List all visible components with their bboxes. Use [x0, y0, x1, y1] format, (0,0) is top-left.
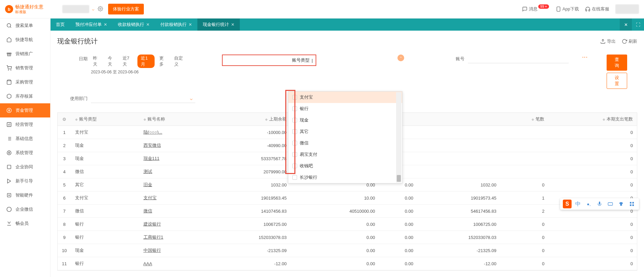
settings-button[interactable]: 设置 — [607, 73, 627, 89]
column-header[interactable]: ◆账号类型 — [71, 113, 139, 126]
dropdown-scrollbar[interactable] — [396, 92, 401, 182]
ime-tools-icon[interactable] — [627, 200, 636, 208]
cell-income: 0.00 — [291, 257, 379, 270]
dropdown-option[interactable]: 微信 — [288, 137, 402, 149]
table-settings-icon[interactable]: ⚙ — [58, 113, 71, 126]
column-header[interactable] — [417, 113, 501, 126]
tab-close-icon[interactable]: ✕ — [104, 22, 107, 27]
sidebar-item-box[interactable]: 库存核算 — [0, 89, 50, 103]
close-tab-button[interactable]: ✕ — [620, 19, 632, 31]
checkbox[interactable] — [292, 164, 297, 168]
dropdown-option[interactable]: 现金 — [288, 114, 402, 126]
account-link[interactable]: 建设银行 — [143, 221, 161, 227]
fullscreen-button[interactable]: ⛶ — [632, 19, 644, 31]
account-link[interactable]: 西安微信 — [143, 143, 161, 148]
sidebar-item-gift[interactable]: 营销推广 — [0, 47, 50, 61]
tab[interactable]: 收款核销执行✕ — [112, 19, 155, 31]
export-button[interactable]: 导出 — [600, 38, 616, 44]
sidebar-item-guide[interactable]: 新手引导 — [0, 174, 50, 188]
scrollbar-thumb[interactable] — [397, 175, 401, 182]
dropdown-option[interactable]: 易宝支付 — [288, 149, 402, 160]
sidebar-item-home[interactable]: 快捷导航 — [0, 33, 50, 47]
table-row: 6支付宝支付宝19019563.4510.000.0019019573.4510 — [58, 192, 637, 205]
search-button[interactable]: 查询 — [607, 55, 627, 71]
account-link[interactable]: 支付宝 — [143, 195, 157, 200]
ime-skin-icon[interactable] — [617, 200, 625, 208]
sidebar-item-bag[interactable]: 采购管理 — [0, 75, 50, 89]
sidebar-item-label: 采购管理 — [15, 79, 33, 85]
column-header[interactable]: ◆本期支出笔数 — [548, 113, 637, 126]
checkbox[interactable] — [292, 175, 297, 180]
dropdown-option[interactable]: 长沙银行 — [288, 172, 402, 183]
dropdown-option[interactable]: 支付宝 — [288, 92, 402, 103]
tab[interactable]: 付款核销执行✕ — [155, 19, 197, 31]
sidebar-item-money[interactable]: 资金管理 — [0, 103, 50, 117]
date-option[interactable]: 今天 — [106, 55, 118, 68]
column-header[interactable]: ◆上期余额 — [207, 113, 291, 126]
column-header[interactable]: ◆笔数 — [501, 113, 549, 126]
user-avatar-blurred[interactable] — [615, 4, 639, 14]
ime-lang-toggle[interactable]: 中 — [574, 200, 582, 208]
more-filters[interactable]: ··· — [582, 55, 588, 60]
account-link[interactable]: 测试 — [143, 169, 152, 174]
date-option[interactable]: 更多 — [157, 55, 169, 68]
account-type-select[interactable]: 账号类型 | — [222, 55, 316, 66]
tab-close-icon[interactable]: ✕ — [231, 22, 234, 27]
cell-out: 0 — [548, 231, 637, 244]
ime-keyboard-icon[interactable] — [606, 200, 615, 208]
checkbox[interactable] — [292, 152, 297, 157]
settings-icon[interactable] — [98, 6, 103, 12]
sidebar-item-list[interactable]: 基础信息 — [0, 132, 50, 146]
account-link[interactable]: 旧金 — [143, 182, 152, 187]
app-download-link[interactable]: App下载 — [556, 6, 579, 12]
ime-mic-icon[interactable] — [595, 200, 604, 208]
sidebar-item-gear[interactable]: 系统管理 — [0, 146, 50, 160]
date-option[interactable]: 近7天 — [121, 55, 135, 68]
tab-close-icon[interactable]: ✕ — [189, 22, 192, 27]
sidebar-item-device[interactable]: 智能硬件 — [0, 188, 50, 202]
account-link[interactable]: 微信 — [143, 208, 152, 213]
sidebar-item-team[interactable]: 企业协同 — [0, 160, 50, 174]
tab[interactable]: 预付冲应付单✕ — [70, 19, 112, 31]
svg-rect-1 — [557, 7, 560, 11]
trial-button[interactable]: 体验行业方案 — [108, 4, 144, 14]
sidebar-item-chart[interactable]: 经营管理 — [0, 117, 50, 132]
collapse-filter-icon[interactable]: ⌃ — [397, 55, 404, 61]
dept-select[interactable]: ⌵ — [91, 94, 195, 103]
account-link[interactable]: 陆(○○○)... — [143, 130, 162, 135]
date-option[interactable]: 自定义 — [172, 55, 188, 68]
dropdown-option[interactable]: 银行 — [288, 103, 402, 114]
sidebar-item-wechat[interactable]: 企业微信 — [0, 202, 50, 216]
checkbox[interactable] — [292, 95, 297, 100]
service-label: 在线客服 — [592, 6, 609, 12]
account-link[interactable]: AAA — [143, 261, 152, 266]
tab[interactable]: 首页 — [51, 19, 70, 31]
checkbox[interactable] — [292, 141, 297, 145]
dropdown-option[interactable]: 其它 — [288, 126, 402, 137]
account-link[interactable]: 现金111 — [143, 156, 160, 161]
sidebar-item-cart[interactable]: 销售管理 — [0, 61, 50, 75]
tab-close-icon[interactable]: ✕ — [146, 22, 150, 27]
account-link[interactable]: 工商银行1 — [143, 235, 163, 240]
cell-out: 0 — [548, 178, 637, 192]
column-header[interactable]: ◆账号名称 — [139, 113, 208, 126]
checkbox[interactable] — [292, 106, 297, 111]
date-option[interactable]: 近1月 — [137, 55, 155, 68]
sidebar-item-search[interactable]: 搜索菜单 — [0, 19, 50, 33]
sidebar-item-vip[interactable]: 畅会员 — [0, 216, 50, 231]
refresh-button[interactable]: 刷新 — [622, 38, 637, 44]
messages-link[interactable]: 消息 99 + — [522, 6, 550, 12]
svg-line-4 — [10, 27, 11, 28]
service-link[interactable]: 在线客服 — [585, 6, 609, 12]
date-option[interactable]: 昨天 — [91, 55, 103, 68]
checkbox[interactable] — [292, 118, 297, 123]
ime-logo-icon[interactable]: S — [563, 200, 572, 208]
cell-type: 现金 — [71, 244, 139, 257]
ime-punct-icon[interactable]: ●, — [584, 200, 593, 208]
checkbox[interactable] — [292, 129, 297, 134]
dropdown-option[interactable]: 收钱吧 — [288, 160, 402, 172]
account-link[interactable]: 中国银行 — [143, 248, 161, 253]
org-selector[interactable]: ⌵ — [62, 5, 94, 13]
account-input[interactable] — [468, 55, 569, 63]
tab[interactable]: 现金银行统计✕ — [197, 19, 240, 31]
